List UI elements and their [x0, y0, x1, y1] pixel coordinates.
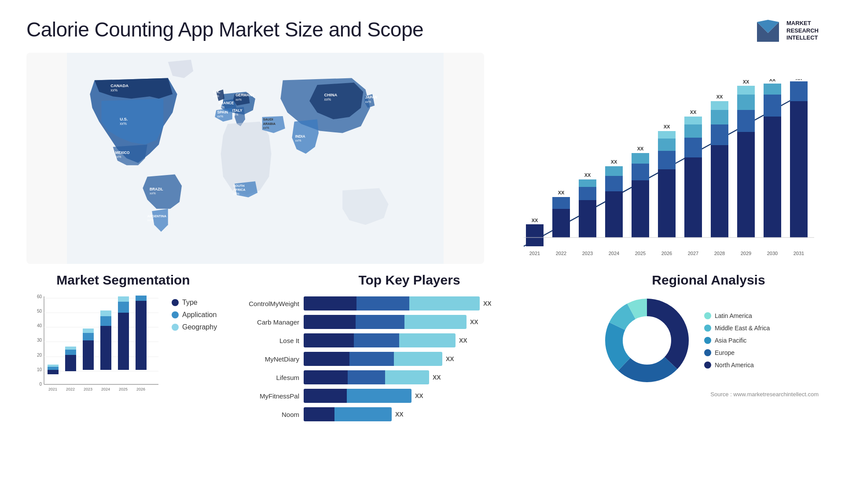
svg-text:2024: 2024 — [101, 387, 110, 391]
svg-text:2025: 2025 — [119, 387, 128, 391]
svg-text:2023: 2023 — [84, 387, 92, 391]
svg-rect-44 — [579, 200, 596, 237]
svg-rect-40 — [552, 209, 570, 237]
svg-rect-55 — [632, 164, 649, 180]
svg-rect-71 — [711, 145, 728, 237]
segmentation-title: Market Segmentation — [26, 273, 220, 288]
svg-rect-50 — [605, 176, 623, 191]
svg-text:xx%: xx% — [150, 191, 156, 195]
svg-text:2026: 2026 — [661, 251, 672, 256]
svg-rect-121 — [118, 302, 129, 313]
player-bar-wrap-6: XX — [304, 407, 590, 421]
svg-rect-109 — [48, 367, 59, 370]
svg-text:XX: XX — [796, 79, 802, 81]
svg-text:XX: XX — [716, 94, 723, 99]
svg-text:2025: 2025 — [635, 251, 646, 256]
page-container: Calorie Counting App Market Size and Sco… — [0, 0, 845, 504]
map-container: CANADA xx% U.S. xx% MEXICO xx% BRAZIL xx… — [26, 53, 484, 264]
svg-rect-115 — [83, 333, 94, 340]
geography-label: Geography — [182, 323, 217, 331]
regional-bottom: Latin America Middle East & Africa Asia … — [599, 292, 819, 389]
europe-label: Europe — [715, 349, 735, 356]
svg-rect-88 — [790, 101, 808, 237]
application-label: Application — [182, 311, 217, 319]
application-color-dot — [172, 311, 179, 318]
svg-rect-51 — [605, 166, 623, 176]
svg-text:U.K.: U.K. — [213, 90, 220, 94]
players-bars: ControlMyWeight XX Carb Manager — [229, 296, 590, 421]
svg-text:XX: XX — [611, 159, 617, 164]
player-bar-1 — [304, 315, 467, 329]
legend-item-geography: Geography — [172, 323, 217, 331]
regional-legend-europe: Europe — [704, 349, 770, 356]
svg-rect-116 — [83, 329, 94, 333]
player-xx-1: XX — [470, 318, 478, 325]
regional-legend-north-america: North America — [704, 362, 770, 369]
svg-text:AFRICA: AFRICA — [233, 188, 246, 192]
svg-text:xx%: xx% — [147, 218, 154, 222]
svg-rect-62 — [658, 131, 676, 139]
players-title: Top Key Players — [229, 273, 590, 288]
logo-icon — [755, 18, 781, 44]
svg-rect-68 — [684, 117, 702, 124]
svg-rect-56 — [632, 153, 649, 164]
player-bar-wrap-3: XX — [304, 352, 590, 366]
donut-chart-svg — [599, 292, 695, 389]
players-container: Top Key Players ControlMyWeight XX — [229, 273, 590, 491]
player-bar-wrap-5: XX — [304, 389, 590, 403]
segmentation-container: Market Segmentation 60 50 40 30 20 10 — [26, 273, 220, 491]
latin-america-label: Latin America — [715, 312, 752, 319]
svg-text:2027: 2027 — [688, 251, 698, 256]
mea-label: Middle East & Africa — [715, 325, 770, 332]
north-america-label: North America — [715, 362, 754, 369]
logo-text: MARKET RESEARCH INTELLECT — [786, 20, 819, 42]
svg-rect-118 — [100, 316, 111, 326]
svg-rect-60 — [658, 151, 676, 169]
svg-text:xx%: xx% — [324, 97, 331, 102]
svg-rect-78 — [737, 110, 755, 132]
player-xx-6: XX — [395, 411, 404, 418]
svg-text:2022: 2022 — [556, 251, 566, 256]
svg-point-136 — [625, 318, 669, 362]
player-bar-wrap-1: XX — [304, 315, 590, 329]
player-xx-0: XX — [483, 300, 492, 307]
bar-chart-container: XX 2021 XX 2022 XX 2023 XX 2024 — [502, 53, 819, 264]
svg-rect-59 — [658, 169, 676, 237]
svg-rect-80 — [737, 86, 755, 95]
bottom-section: Market Segmentation 60 50 40 30 20 10 — [26, 273, 819, 491]
svg-text:xx%: xx% — [235, 98, 242, 102]
svg-rect-54 — [632, 180, 649, 237]
svg-text:ITALY: ITALY — [232, 108, 242, 113]
svg-text:2022: 2022 — [66, 387, 75, 391]
svg-rect-83 — [764, 117, 781, 237]
svg-text:xx%: xx% — [232, 113, 239, 117]
regional-title: Regional Analysis — [599, 273, 819, 288]
player-bar-4 — [304, 370, 429, 384]
north-america-dot — [704, 362, 711, 369]
player-bar-wrap-4: XX — [304, 370, 590, 384]
svg-rect-111 — [65, 355, 76, 371]
svg-text:SOUTH: SOUTH — [233, 184, 245, 188]
player-name-2: Lose It — [229, 337, 299, 344]
svg-rect-67 — [684, 124, 702, 138]
svg-rect-119 — [100, 310, 111, 316]
player-xx-2: XX — [459, 337, 467, 344]
segmentation-legend: Type Application Geography — [163, 299, 217, 331]
regional-legend-mea: Middle East & Africa — [704, 325, 770, 332]
legend-item-type: Type — [172, 299, 217, 307]
svg-text:JAPAN: JAPAN — [365, 95, 377, 99]
svg-text:30: 30 — [37, 338, 42, 343]
regional-legend: Latin America Middle East & Africa Asia … — [704, 312, 770, 369]
svg-text:XX: XX — [743, 79, 749, 84]
legend-item-application: Application — [172, 311, 217, 319]
source-text: Source : www.marketresearchintellect.com — [599, 391, 819, 398]
svg-rect-65 — [684, 157, 702, 237]
svg-rect-41 — [552, 197, 570, 209]
svg-text:60: 60 — [37, 294, 42, 299]
svg-rect-46 — [579, 179, 596, 187]
regional-legend-latin-america: Latin America — [704, 312, 770, 319]
svg-text:2028: 2028 — [714, 251, 725, 256]
svg-text:xx%: xx% — [213, 94, 219, 98]
svg-rect-72 — [711, 124, 728, 145]
svg-rect-117 — [100, 326, 111, 370]
